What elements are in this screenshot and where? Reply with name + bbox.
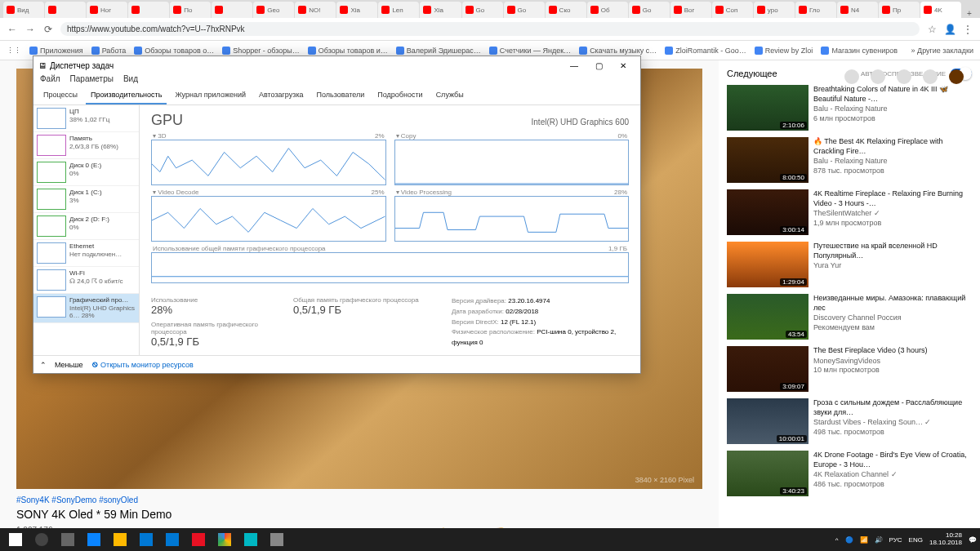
taskbar-app[interactable] bbox=[82, 530, 106, 549]
taskview-icon[interactable] bbox=[56, 530, 80, 549]
start-button[interactable] bbox=[3, 530, 28, 549]
taskmgr-menu-item[interactable]: Параметры bbox=[70, 74, 114, 89]
browser-tab[interactable]: Hor bbox=[87, 2, 127, 18]
avatar[interactable] bbox=[949, 69, 964, 84]
suggestion-item[interactable]: 3:09:07The Best Fireplace Video (3 hours… bbox=[727, 346, 972, 392]
tray-icon[interactable]: 📶 bbox=[860, 536, 868, 544]
browser-tab[interactable]: Гло bbox=[795, 2, 836, 18]
lang-indicator-2[interactable]: ENG bbox=[909, 536, 923, 544]
taskmgr-titlebar[interactable]: 🖥 Диспетчер задач — ▢ ✕ bbox=[33, 56, 640, 74]
suggestion-thumbnail[interactable]: 1:29:04 bbox=[727, 242, 808, 287]
bookmark-item[interactable]: Работа bbox=[91, 47, 127, 55]
browser-tab[interactable] bbox=[128, 2, 169, 18]
taskmgr-tab[interactable]: Подробности bbox=[372, 89, 427, 104]
suggestion-thumbnail[interactable]: 10:00:01 bbox=[727, 398, 808, 444]
messages-icon[interactable] bbox=[897, 69, 911, 84]
browser-tab[interactable] bbox=[212, 2, 252, 18]
other-bookmarks[interactable]: » Другие закладки bbox=[911, 47, 973, 55]
lang-indicator[interactable]: РУС bbox=[889, 536, 902, 544]
taskbar-app[interactable] bbox=[238, 530, 263, 549]
apps-icon[interactable] bbox=[871, 69, 885, 84]
taskmgr-tab[interactable]: Автозагрузка bbox=[254, 89, 309, 104]
maximize-button[interactable]: ▢ bbox=[586, 61, 611, 70]
search-icon[interactable] bbox=[29, 530, 54, 549]
notifications-icon[interactable] bbox=[923, 69, 938, 84]
forward-icon[interactable]: → bbox=[24, 24, 36, 35]
browser-tab[interactable]: Go bbox=[504, 2, 545, 18]
bookmark-item[interactable]: Валерий Эдишерас… bbox=[396, 47, 481, 55]
browser-tab[interactable]: NO! bbox=[295, 2, 336, 18]
bookmark-item[interactable]: ZloiRomantik - Goo… bbox=[665, 47, 746, 55]
star-icon[interactable]: ☆ bbox=[926, 24, 938, 35]
video-hashtags[interactable]: #Sony4K #SonyDemo #sonyOled bbox=[16, 495, 702, 504]
browser-tab[interactable]: Len bbox=[378, 2, 419, 18]
taskmgr-menu-item[interactable]: Вид bbox=[123, 74, 138, 89]
bookmark-item[interactable]: Счетчики — Яндек… bbox=[489, 47, 571, 55]
suggestion-item[interactable]: 8:00:50🔥 The Best 4K Relaxing Fireplace … bbox=[727, 137, 972, 183]
suggestion-thumbnail[interactable]: 3:40:23 bbox=[727, 451, 808, 496]
browser-tab[interactable]: По bbox=[170, 2, 211, 18]
taskmgr-tab[interactable]: Службы bbox=[431, 89, 469, 104]
suggestion-item[interactable]: 1:29:04Путешествие на край вселенной HD … bbox=[727, 242, 972, 287]
browser-tab[interactable]: Xia bbox=[336, 2, 377, 18]
suggestion-item[interactable]: 10:00:01Гроза с сильным дождем - Расслаб… bbox=[727, 398, 972, 444]
taskbar-app[interactable] bbox=[108, 530, 132, 549]
taskmgr-side-item[interactable]: Графический про…Intel(R) UHD Graphics 6…… bbox=[33, 294, 139, 323]
system-tray[interactable]: ^ 🔵 📶 🔊 РУС ENG 10:28 18.10.2018 💬 bbox=[835, 532, 977, 547]
browser-tab[interactable]: Вид bbox=[3, 2, 44, 18]
taskmgr-side-item[interactable]: Wi-Fi☊ 24,0 ☈ 0 кбит/с bbox=[33, 267, 139, 294]
tray-icon[interactable]: 🔵 bbox=[845, 536, 853, 544]
taskmgr-menu-item[interactable]: Файл bbox=[40, 74, 60, 89]
menu-icon[interactable]: ⋮ bbox=[962, 24, 973, 35]
suggestion-item[interactable]: 43:54Неизведанные миры. Амазонка: плаваю… bbox=[727, 294, 972, 340]
suggestion-thumbnail[interactable]: 3:00:14 bbox=[727, 189, 808, 235]
bookmark-item[interactable]: Приложения bbox=[29, 47, 83, 55]
browser-tab[interactable]: Go bbox=[462, 2, 503, 18]
taskmgr-side-item[interactable]: Диск 1 (C:)3% bbox=[33, 186, 139, 213]
new-tab-button[interactable]: + bbox=[962, 9, 977, 18]
taskmgr-tab[interactable]: Журнал приложений bbox=[170, 89, 251, 104]
taskmgr-side-item[interactable]: Диск 0 (E:)0% bbox=[33, 159, 139, 186]
browser-tab[interactable]: Пр bbox=[879, 2, 920, 18]
taskbar-app[interactable] bbox=[265, 530, 289, 549]
close-button[interactable]: ✕ bbox=[611, 61, 635, 70]
back-icon[interactable]: ← bbox=[7, 24, 18, 35]
taskmgr-tab[interactable]: Процессы bbox=[38, 89, 82, 104]
browser-tab[interactable]: 4K bbox=[920, 2, 961, 18]
taskbar-app[interactable] bbox=[160, 530, 185, 549]
browser-tab[interactable]: Go bbox=[629, 2, 670, 18]
suggestion-thumbnail[interactable]: 3:09:07 bbox=[727, 346, 808, 392]
taskmgr-side-item[interactable]: Диск 2 (D: F:)0% bbox=[33, 213, 139, 240]
collapse-icon[interactable]: ⌃ bbox=[40, 361, 47, 369]
bookmark-item[interactable]: Обзоры товаров о… bbox=[134, 47, 214, 55]
browser-tab[interactable]: N4 bbox=[837, 2, 878, 18]
minimize-button[interactable]: — bbox=[562, 61, 586, 70]
fewer-details[interactable]: Меньше bbox=[55, 361, 83, 369]
video-camera-icon[interactable] bbox=[844, 69, 859, 84]
browser-tab[interactable] bbox=[45, 2, 86, 18]
resource-monitor-link[interactable]: 🛇 Открыть монитор ресурсов bbox=[91, 361, 194, 369]
windows-taskbar[interactable]: ^ 🔵 📶 🔊 РУС ENG 10:28 18.10.2018 💬 bbox=[0, 528, 980, 551]
browser-tab[interactable]: Con bbox=[712, 2, 753, 18]
bookmark-item[interactable]: Обзоры товаров и… bbox=[308, 47, 388, 55]
bookmark-item[interactable]: Магазин сувениров bbox=[821, 47, 898, 55]
suggestion-thumbnail[interactable]: 8:00:50 bbox=[727, 137, 808, 183]
taskmgr-side-item[interactable]: ЦП38% 1,02 ГГц bbox=[33, 105, 139, 132]
clock-date[interactable]: 18.10.2018 bbox=[929, 540, 962, 547]
tray-icon[interactable]: ^ bbox=[835, 536, 839, 544]
bookmark-item[interactable]: Review by Zloi bbox=[755, 47, 813, 55]
taskmgr-side-item[interactable]: Память2,6/3,8 ГБ (68%) bbox=[33, 132, 139, 159]
apps-icon[interactable]: ⋮⋮ bbox=[7, 47, 21, 55]
tray-icon[interactable]: 🔊 bbox=[875, 536, 883, 544]
browser-tab[interactable]: Xia bbox=[420, 2, 461, 18]
notifications-icon[interactable]: 💬 bbox=[969, 536, 977, 544]
reload-icon[interactable]: ⟳ bbox=[42, 24, 54, 35]
browser-tab[interactable]: Об bbox=[587, 2, 628, 18]
browser-tab[interactable]: Ско bbox=[546, 2, 586, 18]
suggestion-thumbnail[interactable]: 2:10:06 bbox=[727, 85, 808, 131]
browser-tab[interactable]: Geo bbox=[253, 2, 294, 18]
url-field[interactable]: https://www.youtube.com/watch?v=U--7hxRN… bbox=[60, 22, 920, 36]
suggestion-item[interactable]: 3:00:144K Realtime Fireplace - Relaxing … bbox=[727, 189, 972, 235]
suggestion-thumbnail[interactable]: 43:54 bbox=[727, 294, 808, 340]
bookmark-item[interactable]: Shopper - обзоры… bbox=[222, 47, 300, 55]
